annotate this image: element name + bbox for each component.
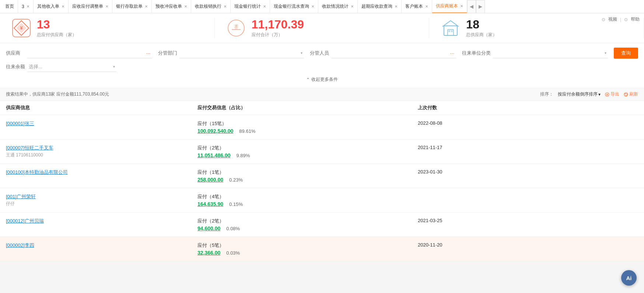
refresh-button[interactable]: 刷新 [624, 91, 638, 97]
filter-supplier-input[interactable] [29, 48, 146, 58]
supplier-link-0[interactable]: [000001]张三 [6, 121, 34, 126]
col-header-supplier: 供应商信息 [6, 104, 197, 111]
tx-row-1: 11,051,486.00 9.89% [197, 152, 418, 158]
tx-row-4: 94,600.00 0.08% [197, 225, 418, 231]
stats-bar: ¥ 13 总应付供应商（家） 米 11,170.39 应付合计（万） [0, 13, 644, 43]
supplier-sub-3: 仔仔 [6, 201, 197, 207]
sort-chevron-icon: ▾ [598, 92, 601, 97]
nav-tab-3[interactable]: 3 ✕ [18, 0, 34, 13]
tx-pct-0: 89.61% [239, 128, 255, 134]
tx-amount-1[interactable]: 11,051,486.00 [197, 152, 231, 158]
filter-row-2: 往来余额 选择... ▾ [6, 62, 116, 72]
nav-tab-adjust-close[interactable]: ✕ [105, 4, 108, 8]
tx-amount-2[interactable]: 258,000.00 [197, 177, 223, 183]
filter-dept: 分管部门 ▾ [158, 48, 304, 58]
supplier-picker-btn[interactable]: ··· [146, 50, 151, 56]
nav-prev-arrow[interactable]: ◀ [467, 0, 476, 13]
nav-tab-other-income-close[interactable]: ✕ [62, 4, 64, 8]
nav-tab-cash-stat[interactable]: 现金银行统计 ✕ [231, 0, 270, 13]
supplier-info-4: [000012]广州贝瑞 [6, 218, 197, 224]
supplier-link-5[interactable]: [000002]李四 [6, 242, 34, 248]
nav-tab-cash-flow[interactable]: 现金银行流水查询 ✕ [270, 0, 318, 13]
filter-dept-select[interactable]: ▾ [179, 48, 304, 58]
query-button[interactable]: 查询 [614, 48, 638, 59]
nav-tab-receipt-exec-close[interactable]: ✕ [224, 4, 227, 8]
nav-tab-cash-stat-close[interactable]: ✕ [263, 4, 266, 8]
help-link[interactable]: 帮助 [631, 16, 640, 23]
person-picker-btn[interactable]: ··· [450, 50, 455, 56]
tx-amount-3[interactable]: 164,635.90 [197, 201, 223, 207]
last-pay-5: 2020-11-20 [418, 242, 638, 248]
collapse-button[interactable]: ⌃ 收起更多条件 [306, 76, 338, 83]
tx-label-2: 应付（1笔） [197, 169, 418, 176]
supplier-info-2: [000100]本特勤油品有限公司 [6, 169, 197, 176]
export-button[interactable]: 导出 [605, 91, 619, 97]
nav-tab-supplier-ledger-close[interactable]: ✕ [460, 4, 463, 8]
export-icon [605, 92, 609, 97]
tx-pct-5: 0.03% [226, 250, 240, 256]
filter-person: 分管人员 ··· [310, 48, 456, 58]
svg-text:¥: ¥ [20, 25, 23, 31]
category-chevron-icon: ▾ [605, 51, 606, 55]
supplier-info-1: [000007]恒旺二手叉车 王通 17106110000 [6, 145, 197, 158]
filter-supplier-input-wrapper[interactable]: ··· [27, 48, 152, 58]
nav-tab-prepay[interactable]: 预收冲应收单 ✕ [152, 0, 191, 13]
table-row: [000001]张三 应付（15笔） 100,092,540.00 89.61%… [0, 115, 644, 139]
sort-value-text: 按应付余额倒序排序 [558, 91, 598, 97]
collapse-label: 收起更多条件 [311, 76, 338, 83]
filter-category-select[interactable]: ▾ [493, 48, 608, 58]
filter-person-input-wrapper[interactable]: ··· [331, 48, 456, 58]
filter-balance-value: 选择... [29, 63, 42, 70]
tx-info-1: 应付（2笔） 11,051,486.00 9.89% [197, 145, 418, 158]
nav-tab-adjust[interactable]: 应收应付调整单 ✕ [69, 0, 112, 13]
svg-point-7 [235, 27, 238, 30]
tx-info-5: 应付（5笔） 32,366.00 0.03% [197, 242, 418, 256]
table-row: [000002]李四 应付（5笔） 32,366.00 0.03% 2020-1… [0, 237, 644, 261]
tx-amount-0[interactable]: 100,092,540.00 [197, 128, 233, 134]
supplier-link-2[interactable]: [000100]本特勤油品有限公司 [6, 169, 68, 175]
sort-value[interactable]: 按应付余额倒序排序 ▾ [558, 91, 601, 97]
filter-person-input[interactable] [333, 48, 450, 58]
supplier-link-4[interactable]: [000012]广州贝瑞 [6, 218, 44, 224]
nav-tab-overdue-close[interactable]: ✕ [395, 4, 398, 8]
tx-label-1: 应付（2笔） [197, 145, 418, 151]
filter-category: 往来单位分类 ▾ [462, 48, 608, 58]
table-row: [000007]恒旺二手叉车 王通 17106110000 应付（2笔） 11,… [0, 139, 644, 164]
tx-pct-3: 0.15% [229, 201, 243, 207]
nav-tab-bank-close[interactable]: ✕ [145, 4, 148, 8]
nav-tab-other-income[interactable]: 其他收入单 ✕ [34, 0, 69, 13]
filter-balance-select[interactable]: 选择... ▾ [27, 62, 116, 72]
nav-tab-prepay-close[interactable]: ✕ [184, 4, 187, 8]
collapse-row: ⌃ 收起更多条件 [6, 75, 638, 85]
nav-tab-receipt-exec[interactable]: 收款核销执行 ✕ [191, 0, 231, 13]
nav-tab-supplier-ledger[interactable]: 供应商账本 ✕ [432, 0, 467, 13]
supplier-sub-1: 王通 17106110000 [6, 152, 197, 158]
tx-amount-4[interactable]: 94,600.00 [197, 225, 220, 231]
tx-row-2: 258,000.00 0.23% [197, 177, 418, 183]
nav-tab-home[interactable]: 首页 [1, 0, 18, 13]
nav-tab-receipt-stat[interactable]: 收款情况统计 ✕ [318, 0, 358, 13]
svg-rect-10 [448, 30, 450, 32]
video-link[interactable]: 视频 [608, 16, 617, 23]
nav-tab-3-close[interactable]: ✕ [27, 4, 29, 8]
tx-row-5: 32,366.00 0.03% [197, 250, 418, 256]
last-pay-1: 2021-11-17 [418, 145, 638, 150]
col-header-tx: 应付交易信息（占比） [197, 104, 418, 111]
nav-tab-overdue[interactable]: 超期应收款查询 ✕ [358, 0, 402, 13]
table-row: [001]广州荣轩 仔仔 应付（4笔） 164,635.90 0.15% [0, 188, 644, 213]
stat-total-suppliers-num: 18 [466, 18, 497, 30]
nav-tab-overdue-label: 超期应收款查询 [361, 3, 392, 10]
nav-tab-bank[interactable]: 银行存取款单 ✕ [112, 0, 152, 13]
supplier-link-1[interactable]: [000007]恒旺二手叉车 [6, 145, 53, 151]
tx-info-2: 应付（1笔） 258,000.00 0.23% [197, 169, 418, 183]
nav-tab-customer-ledger[interactable]: 客户账本 ✕ [402, 0, 432, 13]
nav-next-arrow[interactable]: ▶ [476, 0, 485, 13]
nav-tab-3-label: 3 [22, 4, 24, 9]
supplier-link-3[interactable]: [001]广州荣轩 [6, 194, 36, 199]
nav-tab-cash-flow-close[interactable]: ✕ [311, 4, 314, 8]
tx-info-0: 应付（15笔） 100,092,540.00 89.61% [197, 120, 418, 134]
nav-tab-customer-ledger-close[interactable]: ✕ [425, 4, 428, 8]
result-summary: 搜索结果中，供应商13家 应付金额111,703,854.00元 [6, 91, 109, 97]
nav-tab-receipt-stat-close[interactable]: ✕ [351, 4, 354, 8]
tx-amount-5[interactable]: 32,366.00 [197, 250, 220, 256]
